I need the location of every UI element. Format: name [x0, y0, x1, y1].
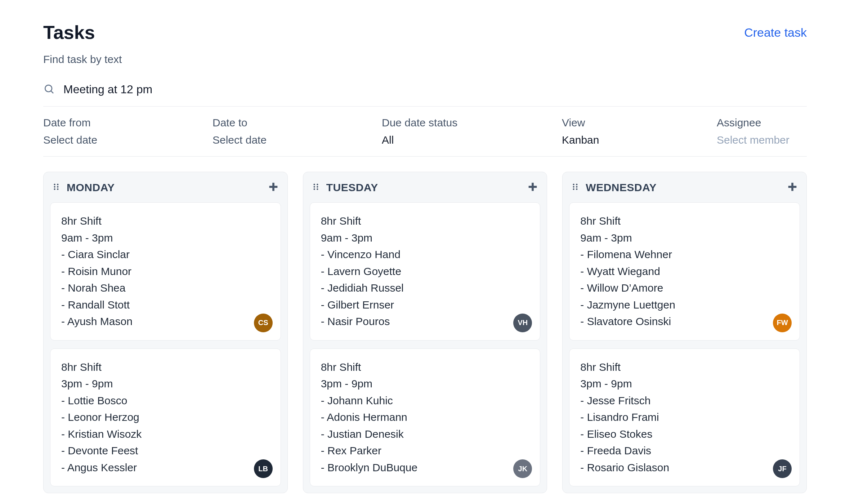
kanban-column: TUESDAY8hr Shift9am - 3pm- Vincenzo Hand… [303, 172, 547, 493]
card-person: - Ayush Mason [61, 313, 270, 330]
avatar[interactable]: FW [773, 314, 792, 332]
card-person: - Rosario Gislason [580, 459, 789, 476]
card-person: - Jedidiah Russel [321, 280, 529, 297]
card-person: - Adonis Hermann [321, 409, 529, 426]
card-time-range: 3pm - 9pm [61, 375, 270, 392]
search-icon [43, 83, 55, 96]
card-person: - Jesse Fritsch [580, 392, 789, 409]
svg-point-5 [57, 186, 58, 188]
avatar[interactable]: LB [254, 459, 273, 478]
avatar[interactable]: JF [773, 459, 792, 478]
task-card[interactable]: 8hr Shift3pm - 9pm- Jesse Fritsch- Lisan… [569, 348, 800, 487]
column-title: TUESDAY [326, 181, 521, 194]
svg-point-14 [313, 188, 315, 190]
card-person: - Johann Kuhic [321, 392, 529, 409]
svg-point-21 [576, 186, 578, 188]
card-person: - Filomena Wehner [580, 246, 789, 263]
card-shift-title: 8hr Shift [61, 359, 270, 376]
task-card[interactable]: 8hr Shift9am - 3pm- Vincenzo Hand- Laver… [310, 202, 541, 341]
card-time-range: 3pm - 9pm [321, 375, 529, 392]
card-person: - Freeda Davis [580, 442, 789, 459]
card-person: - Wyatt Wiegand [580, 263, 789, 280]
card-time-range: 9am - 3pm [61, 230, 270, 247]
task-card[interactable]: 8hr Shift9am - 3pm- Filomena Wehner- Wya… [569, 202, 800, 341]
filter-due-date-status[interactable]: All [382, 134, 562, 146]
search-subtitle: Find task by text [43, 53, 807, 66]
svg-point-6 [54, 188, 55, 190]
svg-rect-9 [269, 186, 277, 188]
card-person: - Angus Kessler [61, 459, 270, 476]
filter-label-view: View [562, 117, 717, 129]
card-person: - Brooklyn DuBuque [321, 459, 529, 476]
svg-point-19 [576, 184, 578, 185]
filter-assignee[interactable]: Select member [717, 134, 807, 146]
card-shift-title: 8hr Shift [321, 359, 529, 376]
card-person: - Slavatore Osinski [580, 313, 789, 330]
card-person: - Roisin Munor [61, 263, 270, 280]
card-person: - Willow D’Amore [580, 280, 789, 297]
search-input[interactable] [63, 83, 807, 96]
add-card-button[interactable] [786, 181, 798, 194]
svg-point-18 [573, 184, 574, 185]
avatar[interactable]: VH [513, 314, 532, 332]
create-task-button[interactable]: Create task [744, 26, 807, 40]
filter-date-from[interactable]: Select date [43, 134, 212, 146]
svg-rect-25 [788, 186, 797, 188]
card-person: - Nasir Pouros [321, 313, 529, 330]
filter-label-due-date-status: Due date status [382, 117, 562, 129]
svg-point-4 [54, 186, 55, 188]
svg-point-7 [57, 188, 58, 190]
card-person: - Lisandro Frami [580, 409, 789, 426]
kanban-column: MONDAY8hr Shift9am - 3pm- Ciara Sinclar-… [43, 172, 288, 493]
card-person: - Ciara Sinclar [61, 246, 270, 263]
card-time-range: 9am - 3pm [321, 230, 529, 247]
task-card[interactable]: 8hr Shift3pm - 9pm- Johann Kuhic- Adonis… [310, 348, 541, 487]
svg-line-1 [51, 91, 53, 93]
avatar[interactable]: CS [254, 314, 273, 332]
card-person: - Randall Stott [61, 297, 270, 314]
svg-point-3 [57, 184, 58, 185]
card-person: - Gilbert Ernser [321, 297, 529, 314]
card-time-range: 9am - 3pm [580, 230, 789, 247]
avatar[interactable]: JK [513, 459, 532, 478]
card-person: - Lavern Goyette [321, 263, 529, 280]
card-shift-title: 8hr Shift [580, 213, 789, 230]
svg-point-20 [573, 186, 574, 188]
add-card-button[interactable] [267, 181, 279, 194]
drag-handle-icon[interactable] [52, 182, 61, 193]
card-time-range: 3pm - 9pm [580, 375, 789, 392]
card-person: - Norah Shea [61, 280, 270, 297]
card-person: - Justian Denesik [321, 426, 529, 443]
add-card-button[interactable] [527, 181, 539, 194]
svg-point-13 [317, 186, 318, 188]
task-card[interactable]: 8hr Shift3pm - 9pm- Lottie Bosco- Leonor… [50, 348, 281, 487]
svg-point-0 [45, 85, 52, 92]
card-person: - Leonor Herzog [61, 409, 270, 426]
column-title: MONDAY [67, 181, 261, 194]
filter-label-date-from: Date from [43, 117, 212, 129]
drag-handle-icon[interactable] [311, 182, 321, 193]
svg-rect-17 [529, 186, 537, 188]
svg-point-10 [313, 184, 315, 185]
svg-point-15 [317, 188, 318, 190]
column-title: WEDNESDAY [586, 181, 780, 194]
drag-handle-icon[interactable] [571, 182, 580, 193]
card-person: - Eliseo Stokes [580, 426, 789, 443]
card-person: - Devonte Feest [61, 442, 270, 459]
card-person: - Vincenzo Hand [321, 246, 529, 263]
filter-view[interactable]: Kanban [562, 134, 717, 146]
filter-label-assignee: Assignee [717, 117, 807, 129]
filter-label-date-to: Date to [212, 117, 382, 129]
card-shift-title: 8hr Shift [321, 213, 529, 230]
svg-point-2 [54, 184, 55, 185]
svg-point-23 [576, 188, 578, 190]
svg-point-11 [317, 184, 318, 185]
task-card[interactable]: 8hr Shift9am - 3pm- Ciara Sinclar- Roisi… [50, 202, 281, 341]
card-person: - Lottie Bosco [61, 392, 270, 409]
card-shift-title: 8hr Shift [580, 359, 789, 376]
svg-point-22 [573, 188, 574, 190]
filter-date-to[interactable]: Select date [212, 134, 382, 146]
kanban-column: WEDNESDAY8hr Shift9am - 3pm- Filomena We… [562, 172, 807, 493]
page-title: Tasks [43, 22, 95, 43]
card-shift-title: 8hr Shift [61, 213, 270, 230]
